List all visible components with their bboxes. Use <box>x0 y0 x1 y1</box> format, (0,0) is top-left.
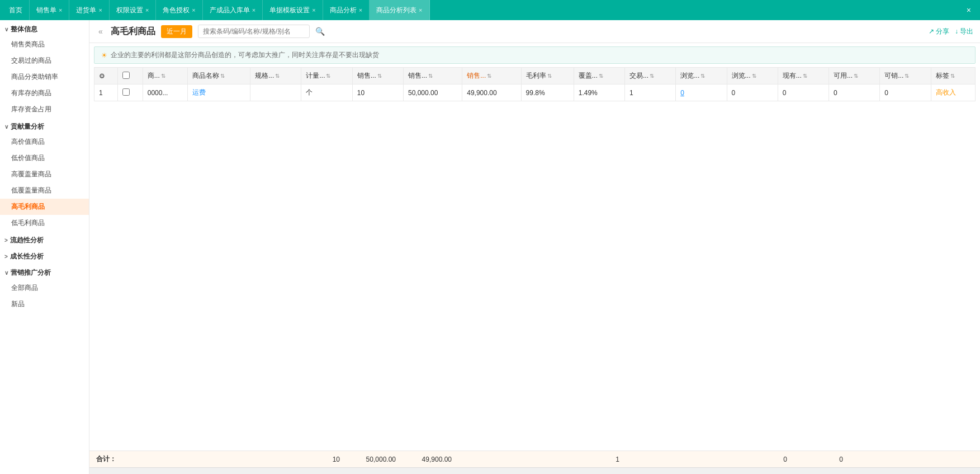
sort-unit-icon: ⇅ <box>326 73 330 79</box>
row-unit: 个 <box>301 85 352 101</box>
sidebar-group-flow[interactable]: > 流趋性分析 <box>0 231 89 247</box>
arrow-flow: > <box>4 237 8 243</box>
sort-transaction-icon: ⇅ <box>650 73 654 79</box>
row-browse1[interactable]: 0 <box>676 85 727 101</box>
arrow-contribution: ∨ <box>4 124 8 130</box>
sort-browse2-icon: ⇅ <box>752 73 756 79</box>
sidebar-collapse-button[interactable]: « <box>96 26 105 37</box>
sidebar-item-low-coverage[interactable]: 低覆盖量商品 <box>0 182 89 199</box>
settings-icon: ⚙ <box>99 72 105 80</box>
col-browse1[interactable]: 浏览... ⇅ <box>676 68 727 85</box>
col-sellable[interactable]: 可销... ⇅ <box>880 68 931 85</box>
sidebar-item-sales-goods[interactable]: 销售类商品 <box>0 36 89 53</box>
table-row: 1 0000... 运费 个 10 50,000.00 49,900.00 99… <box>94 85 976 101</box>
sort-current-icon: ⇅ <box>803 73 807 79</box>
col-sales1[interactable]: 销售... ⇅ <box>352 68 403 85</box>
close-product-analysis-list-tab[interactable]: × <box>419 7 422 13</box>
page-title: 高毛利商品 <box>111 26 155 37</box>
footer-sales2: 50,000.00 <box>351 456 396 463</box>
row-coverage: 1.49% <box>574 85 624 101</box>
sidebar-item-new-goods[interactable]: 新品 <box>0 296 89 312</box>
sidebar-item-high-coverage[interactable]: 高覆盖量商品 <box>0 166 89 182</box>
col-coverage[interactable]: 覆盖... ⇅ <box>574 68 624 85</box>
col-sales3[interactable]: 销售... ⇅ <box>462 68 521 85</box>
sort-name-icon: ⇅ <box>220 73 225 79</box>
tab-sales[interactable]: 销售单 × <box>30 0 69 20</box>
sidebar-item-stock-capital[interactable]: 库存资金占用 <box>0 101 89 118</box>
footer-sales3: 49,900.00 <box>407 456 452 463</box>
close-role-tab[interactable]: × <box>192 7 195 13</box>
sort-gross-icon: ⇅ <box>547 73 552 79</box>
col-code[interactable]: 商... ⇅ <box>143 68 187 85</box>
sidebar-item-traded-goods[interactable]: 交易过的商品 <box>0 53 89 69</box>
tab-template[interactable]: 单据模板设置 × <box>263 0 323 20</box>
col-available[interactable]: 可用... ⇅ <box>829 68 880 85</box>
sidebar-item-high-margin[interactable]: 高毛利商品 <box>0 199 89 215</box>
col-sales2[interactable]: 销售... ⇅ <box>403 68 462 85</box>
close-template-tab[interactable]: × <box>312 7 315 13</box>
share-button[interactable]: ↗ 分享 <box>929 27 949 36</box>
tab-role[interactable]: 角色授权 × <box>156 0 202 20</box>
sidebar-group-marketing[interactable]: ∨ 营销推广分析 <box>0 264 89 280</box>
close-permission-tab[interactable]: × <box>145 7 149 13</box>
search-input[interactable] <box>198 25 310 38</box>
table-container: ⚙ 商... ⇅ 商品名称 <box>89 67 980 450</box>
select-all-checkbox[interactable] <box>122 72 130 79</box>
row-sales2: 50,000.00 <box>403 85 462 101</box>
close-sales-tab[interactable]: × <box>59 7 62 13</box>
close-window-button[interactable]: × <box>960 6 978 15</box>
tip-bar: ☀ 企业的主要的利润都是这部分商品创造的，可考虑加大推广，同时关注库存是不要出现… <box>94 46 976 64</box>
col-transaction[interactable]: 交易... ⇅ <box>625 68 676 85</box>
tab-purchase[interactable]: 进货单 × <box>69 0 109 20</box>
share-icon: ↗ <box>929 27 934 35</box>
row-select-checkbox[interactable] <box>122 88 130 96</box>
filter-button[interactable]: 近一月 <box>161 25 192 38</box>
sidebar-group-overall[interactable]: ∨ 整体信息 <box>0 20 89 36</box>
sort-tag-icon: ⇅ <box>950 73 955 79</box>
close-purchase-tab[interactable]: × <box>98 7 102 13</box>
sidebar-item-category-rate[interactable]: 商品分类助销率 <box>0 69 89 85</box>
sidebar-item-in-stock[interactable]: 有库存的商品 <box>0 85 89 101</box>
sidebar-item-low-value[interactable]: 低价值商品 <box>0 150 89 166</box>
sidebar-item-all-goods[interactable]: 全部商品 <box>0 280 89 296</box>
tab-home[interactable]: 首页 <box>2 0 30 20</box>
tab-product-inbound[interactable]: 产成品入库单 × <box>203 0 263 20</box>
col-unit[interactable]: 计量... ⇅ <box>301 68 352 85</box>
col-name[interactable]: 商品名称 ⇅ <box>188 68 250 85</box>
footer-current: 0 <box>742 456 787 463</box>
close-product-analysis-tab[interactable]: × <box>359 7 362 13</box>
tip-icon: ☀ <box>101 51 107 59</box>
col-browse2[interactable]: 浏览... ⇅ <box>727 68 778 85</box>
tab-permission[interactable]: 权限设置 × <box>110 0 156 20</box>
col-settings[interactable]: ⚙ <box>94 68 118 85</box>
row-transaction: 1 <box>625 85 676 101</box>
row-current: 0 <box>778 85 828 101</box>
row-checkbox[interactable] <box>117 85 143 101</box>
horizontal-scrollbar[interactable] <box>89 467 980 474</box>
export-button[interactable]: ↓ 导出 <box>955 27 973 36</box>
row-name[interactable]: 运费 <box>188 85 250 101</box>
sidebar-group-growth[interactable]: > 成长性分析 <box>0 247 89 264</box>
footer-sales1: 10 <box>295 456 340 463</box>
top-navigation: 首页 销售单 × 进货单 × 权限设置 × 角色授权 × 产成品入库单 × 单据… <box>0 0 980 20</box>
sidebar-item-low-margin[interactable]: 低毛利商品 <box>0 215 89 231</box>
sort-sellable-icon: ⇅ <box>905 73 909 79</box>
sidebar-group-contribution[interactable]: ∨ 贡献量分析 <box>0 118 89 134</box>
search-button[interactable]: 🔍 <box>315 27 325 36</box>
content-area: « 高毛利商品 近一月 🔍 ↗ 分享 ↓ 导出 ☀ 企业的主要的利润都是这部分商… <box>89 20 980 474</box>
row-sales1: 10 <box>352 85 403 101</box>
sort-spec-icon: ⇅ <box>275 73 280 79</box>
browse1-link[interactable]: 0 <box>680 89 684 97</box>
col-spec[interactable]: 规格... ⇅ <box>250 68 301 85</box>
row-index: 1 <box>94 85 118 101</box>
tab-product-analysis-list[interactable]: 商品分析列表 × <box>370 0 429 20</box>
row-gross-rate: 99.8% <box>521 85 574 101</box>
col-gross-rate[interactable]: 毛利率 ⇅ <box>521 68 574 85</box>
close-product-inbound-tab[interactable]: × <box>252 7 255 13</box>
col-current[interactable]: 现有... ⇅ <box>778 68 828 85</box>
tab-product-analysis[interactable]: 商品分析 × <box>323 0 370 20</box>
col-checkbox[interactable] <box>117 68 143 85</box>
action-buttons: ↗ 分享 ↓ 导出 <box>929 27 973 36</box>
col-tag[interactable]: 标签 ⇅ <box>931 68 976 85</box>
sidebar-item-high-value[interactable]: 高价值商品 <box>0 134 89 150</box>
